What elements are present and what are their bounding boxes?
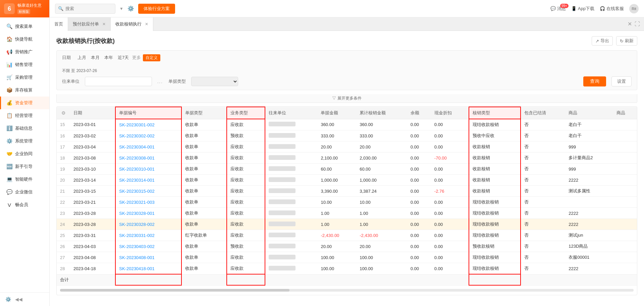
cell-doc-no: SK-20230331-002 [115,230,181,241]
dropdown-arrow-icon[interactable]: ▼ [119,6,123,11]
table-row: 24 2023-03-28 SK-20230328-002 收款单 应收款 1.… [57,219,637,230]
cell-biz-type: 应收款 [227,119,265,130]
cell-written-off: 100.00 [356,263,407,274]
th-amount: 单据金额 [317,107,356,119]
query-button[interactable]: 查询 [583,76,606,86]
page-actions: ↗ 导出 ↻ 刷新 [592,36,637,46]
doc-no-link[interactable]: SK-20230310-001 [119,167,155,172]
footer-collapse-icon[interactable]: ◀◀ [15,297,22,302]
tab-prepay[interactable]: 预付款应付单 ✕ [68,17,111,31]
wechat-icon: 💬 [6,189,12,195]
th-product2: 商品 [613,107,637,119]
solution-button[interactable]: 体验行业方案 [138,4,175,14]
cell-partner [265,152,317,164]
sidebar-item-label: 销售管理 [15,62,33,68]
sidebar-item-inventory[interactable]: 📦 库存核算 [0,84,49,97]
user-avatar[interactable]: Rit [629,4,639,13]
custom-date-button[interactable]: 自定义 [143,54,160,61]
search-input[interactable] [65,6,106,11]
cell-written-off: 1.00 [356,208,407,219]
topbar-gear-icon[interactable]: ⚙️ [127,5,134,12]
online-service-button[interactable]: 🎧 在线客服 [600,6,624,12]
date-btn-7days[interactable]: 近7天 [116,54,130,61]
cell-doc-type: 收款单 [181,219,226,230]
tab-home[interactable]: 首页 [50,17,68,31]
cell-index: 18 [57,152,70,164]
sidebar-item-wechat[interactable]: 💬 企业微信 [0,186,49,198]
tab-expand-icon[interactable]: ⛶ [635,21,640,27]
doc-no-link[interactable]: SK-20230328-001 [119,211,155,216]
doc-no-link[interactable]: SK-20230403-002 [119,244,155,249]
sidebar-item-guide[interactable]: 🆕 新手引导 [0,160,49,173]
cell-biz-type: 应收款 [227,175,265,186]
sidebar-item-sales[interactable]: 📊 销售管理 [0,58,49,71]
doc-no-link[interactable]: SK-20230328-002 [119,222,155,227]
sidebar-item-search[interactable]: 🔍 搜索菜单 [0,20,49,33]
tab-receipt-exec-close-icon[interactable]: ✕ [145,22,148,26]
doc-no-link[interactable]: SK-20230321-003 [119,200,155,205]
cell-writeoff-type: 现结收款核销 [469,219,521,230]
doc-no-link[interactable]: SK-20230331-002 [119,233,155,238]
sidebar-item-hardware[interactable]: 💻 智能硬件 [0,173,49,186]
filter-settings-button[interactable]: 设置 [611,76,632,86]
home-icon: 🏠 [6,36,12,42]
doc-no-link[interactable]: SK-20230408-001 [119,255,155,260]
tab-close-all-icon[interactable]: ✕ [628,21,632,27]
partner-input[interactable] [85,77,152,86]
logo-text: 畅康道好生意 标推版 [17,3,42,14]
cell-writeoff-type: 收款核销 [469,152,521,164]
refresh-button[interactable]: ↻ 刷新 [616,36,637,46]
sidebar-item-operations[interactable]: 📋 经营管理 [0,109,49,122]
export-button[interactable]: ↗ 导出 [592,36,613,46]
sidebar-item-basic[interactable]: ℹ️ 基础信息 [0,122,49,135]
total-written-off [356,274,407,285]
topbar-search-box[interactable]: 🔍 [55,4,115,14]
cell-index: 19 [57,164,70,175]
topbar-right: 💬 消息 99+ 📱 App下载 🎧 在线客服 Rit [550,4,639,13]
doc-no-link[interactable]: SK-20230302-002 [119,133,155,138]
footer-settings-icon[interactable]: ⚙️ [5,297,11,302]
doc-no-link[interactable]: SK-20230304-001 [119,144,155,149]
sidebar-item-finance[interactable]: 💰 资金管理 [0,97,49,109]
tab-receipt-exec[interactable]: 收款核销执行 ✕ [111,17,153,31]
sidebar-item-purchase[interactable]: 🛒 采购管理 [0,71,49,84]
doc-no-link[interactable]: SK-20230308-001 [119,156,155,161]
tab-prepay-close-icon[interactable]: ✕ [102,22,106,26]
cell-writeoff-type: 现结收款核销 [469,208,521,219]
doc-no-link[interactable]: SK-20230315-002 [119,189,155,194]
cell-amount: 2,100.00 [317,152,356,164]
filter-bar: 日期 上月 本月 本年 近7天 更多 自定义 不限 至 2023-07-26 往… [56,50,637,90]
cell-product2 [613,263,637,274]
cell-product1: 老白干 [565,119,613,130]
column-settings-icon[interactable]: ⚙ [61,110,66,116]
date-btn-this-year[interactable]: 本年 [103,54,114,61]
cell-cash-discount: 0.00 [431,141,469,152]
expand-bar[interactable]: ▽ 展开更多条件 [56,94,637,103]
doc-no-link[interactable]: SK-20230418-001 [119,266,155,271]
cell-written-off: 1.00 [356,219,407,230]
sidebar-item-marketing[interactable]: 📢 营销推广 [0,46,49,58]
sidebar-item-corp[interactable]: 🤝 企业协同 [0,147,49,160]
sidebar-item-member[interactable]: V 畅会员 [0,198,49,211]
operations-icon: 📋 [6,113,12,119]
date-btn-last-month[interactable]: 上月 [76,54,88,61]
sidebar-item-system[interactable]: ⚙️ 系统管理 [0,135,49,147]
date-btn-this-month[interactable]: 本月 [90,54,101,61]
data-table: ⚙ 日期 单据编号 单据类型 业务类型 往来单位 单据金额 累计核销金额 余额 … [57,107,637,286]
total-biz-type [227,274,265,285]
sidebar-item-quicknav[interactable]: 🏠 快捷导航 [0,33,49,46]
message-button[interactable]: 💬 消息 99+ [550,6,566,12]
user-name: Rit [632,7,636,11]
doc-no-link[interactable]: SK-20230314-001 [119,178,155,183]
date-more-btn[interactable]: 更多 [132,55,141,61]
cell-cash-discount: 0.00 [431,197,469,208]
cell-cash-discount: 0.00 [431,130,469,141]
partner-filter-label: 往来单位 [62,78,79,84]
doc-type-select[interactable] [191,77,238,86]
cell-doc-type: 收款单 [181,252,226,263]
app-download-button[interactable]: 📱 App下载 [571,6,594,12]
filter-more-icon[interactable]: ... [157,79,163,84]
tab-controls: ✕ ⛶ [628,21,644,27]
cell-product2 [613,241,637,252]
doc-no-link[interactable]: SK-20230301-002 [119,122,155,127]
